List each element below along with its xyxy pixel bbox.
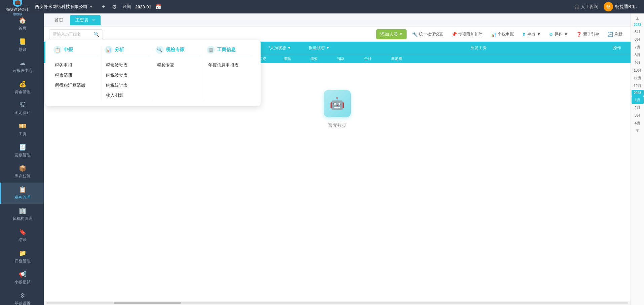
search-input[interactable]: 请输入员工姓名 🔍 [49,29,103,39]
calendar-icon[interactable]: 📅 [155,4,161,9]
scrollbar-container [44,301,631,305]
company-selector[interactable]: 西安虾米网络科技有限公司 ▼ [35,4,93,10]
tax-report-button[interactable]: 📊 个税申报 [488,30,517,38]
salary-icon: 💴 [19,122,26,130]
month-10[interactable]: 10月 [632,67,644,74]
month-6[interactable]: 6月 [632,36,644,43]
org-icon: 🏢 [19,207,26,215]
sidebar-item-close[interactable]: 🔖 结账 [0,225,44,246]
sidebar: 🏠 首页 📒 总账 ☁ 云报表中心 💰 资金管理 🏗 固定资产 💴 工资 🧾 发… [0,13,44,305]
app-sub: 旗舰版 [13,12,22,16]
sidebar-item-expense[interactable]: 📢 小畅报销 [0,267,44,289]
tax-burden-menu-item[interactable]: 税负波动表 [105,60,150,70]
social-insurance-button[interactable]: 🔧 统一社保设置 [409,30,446,38]
add-person-button[interactable]: 添加人员 ▼ [376,29,407,39]
tax-table-menu-item[interactable]: 税表清册 [53,70,99,80]
period-label: 账期 [122,4,131,10]
month-8[interactable]: 8月 [632,51,644,59]
annual-report-menu-item[interactable]: 年报信息申报表 [207,60,253,70]
sidebar-item-tax[interactable]: 📋 税务管理 [0,183,44,204]
scroll-up-button[interactable]: ▲ [633,15,642,22]
export-button[interactable]: ⬆ 导出 ▼ [519,30,543,38]
tax-stats-menu-item[interactable]: 纳税统计表 [105,80,150,90]
bizinfo-header: 🏢 工商信息 [207,46,253,56]
th-pension: 养老费 [388,56,415,61]
income-calc-menu-item[interactable]: 收入测算 [105,90,150,101]
topbar-actions: + ⚙ [100,3,118,11]
user-info[interactable]: 畅 畅捷通B组… [604,2,640,11]
operate-button[interactable]: ⚙ 操作 ▼ [546,30,571,38]
shenb ao-header: 📋 申报 [53,46,99,56]
month-1-active[interactable]: 1月 [632,96,644,104]
sidebar-item-salary[interactable]: 💴 工资 [0,119,44,140]
analysis-header: 📊 分析 [105,46,150,56]
tax-report-menu-item[interactable]: 税务申报 [53,60,99,70]
month-11[interactable]: 11月 [632,74,644,82]
sidebar-item-fund[interactable]: 💰 资金管理 [0,77,44,98]
export-icon: ⬆ [522,32,526,37]
taxexpert-header: 🔍 税检专家 [156,46,201,56]
scrollbar-track[interactable] [46,302,628,304]
company-name: 西安虾米网络科技有限公司 [35,4,87,10]
dropdown-section-taxexpert: 🔍 税检专家 税检专家 [153,46,204,101]
guide-button[interactable]: ❓ 新手引导 [573,30,602,38]
insurance-icon: 🔧 [412,32,418,37]
sidebar-item-settings[interactable]: ⚙ 基础设置 [0,289,44,305]
th-deduct: 扣款 [335,56,362,61]
period-value: 2023-01 [135,4,151,9]
service-label: 人工咨询 [581,4,598,10]
tax-report-icon: 📊 [491,32,496,37]
export-arrow-icon: ▼ [537,32,541,37]
fund-icon: 💰 [19,80,26,88]
sidebar-item-invoice[interactable]: 🧾 发票管理 [0,140,44,161]
month-3[interactable]: 3月 [632,112,644,119]
tab-close-icon[interactable]: ✕ [92,18,95,23]
toolbar: 请输入员工姓名 🔍 添加人员 ▼ 🔧 统一社保设置 📌 专项附加扣除 📊 个税申… [44,27,631,42]
empty-icon: 🤖 [324,90,351,117]
topbar-right: 🎧 人工咨询 畅 畅捷通B组… [574,2,640,11]
scrollbar-thumb[interactable] [114,302,181,304]
dropdown-arrow-icon: ▼ [399,32,403,36]
sidebar-item-archive[interactable]: 📁 归档管理 [0,246,44,267]
refresh-button[interactable]: 🔄 刷新 [605,30,625,38]
avatar: 畅 [604,2,613,11]
add-icon[interactable]: + [100,3,108,11]
cloud-icon: ☁ [20,59,26,67]
sidebar-item-cloud[interactable]: ☁ 云报表中心 [0,56,44,77]
th-status: *人员状态 ▼ [266,45,306,51]
th-total: 合计 [362,56,388,61]
month-4[interactable]: 4月 [632,119,644,127]
special-deduct-button[interactable]: 📌 专项附加扣除 [449,30,485,38]
archive-icon: 📁 [19,250,26,257]
taxexpert-menu-item[interactable]: 税检专家 [156,60,201,70]
tab-salary-label: 工资表 [75,17,88,23]
filter-icon2[interactable]: ▼ [326,45,330,50]
analysis-icon: 📊 [105,46,113,54]
sidebar-item-ledger[interactable]: 📒 总账 [0,35,44,56]
month-5[interactable]: 5月 [632,28,644,36]
sidebar-item-home[interactable]: 🏠 首页 [0,13,44,35]
filter-icon[interactable]: ▼ [287,45,291,50]
ledger-icon: 📒 [19,38,26,45]
guide-icon2: ❓ [576,32,582,37]
invoice-icon: 🧾 [19,144,26,151]
month-2[interactable]: 2月 [632,104,644,112]
operate-icon: ⚙ [549,32,553,37]
month-7[interactable]: 7月 [632,43,644,51]
special-deduct-label: 专项附加扣除 [458,31,483,37]
income-tax-menu-item[interactable]: 所得税汇算清缴 [53,80,99,90]
sidebar-item-multi-org[interactable]: 🏢 多机构管理 [0,204,44,225]
tab-home[interactable]: 首页 [49,15,69,25]
settings-icon[interactable]: ⚙ [110,3,118,11]
chevron-down-icon: ▼ [89,5,93,9]
service-button[interactable]: 🎧 人工咨询 [574,4,598,10]
refresh-label: 刷新 [614,31,622,37]
sidebar-item-inventory[interactable]: 📦 库存核算 [0,161,44,183]
month-12[interactable]: 12月 [632,82,644,90]
tax-payment-menu-item[interactable]: 纳税波动表 [105,70,150,80]
tab-salary[interactable]: 工资表 ✕ [70,15,101,25]
scroll-down-button[interactable]: ▼ [633,127,642,134]
sidebar-item-asset[interactable]: 🏗 固定资产 [0,98,44,119]
month-9[interactable]: 9月 [632,59,644,67]
th-performance: 绩效 [308,56,335,61]
